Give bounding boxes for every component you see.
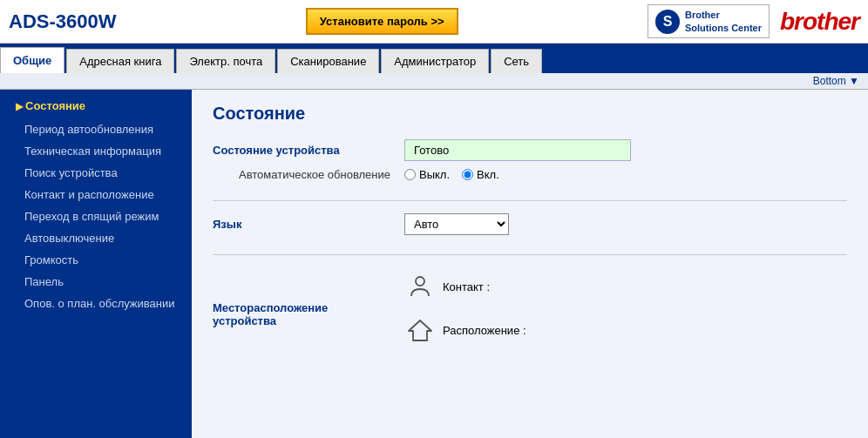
- sidebar-item-auto-update-period[interactable]: Период автообновления: [0, 118, 192, 140]
- brother-logo: brother: [780, 8, 859, 36]
- auto-update-row: Автоматическое обновление Выкл. Вкл.: [213, 168, 847, 181]
- sidebar-item-tech-info[interactable]: Техническая информация: [0, 140, 192, 162]
- radio-off-option[interactable]: Выкл.: [404, 168, 450, 181]
- sidebar-item-status[interactable]: Состояние: [0, 93, 192, 118]
- device-model-title: ADS-3600W: [9, 10, 116, 33]
- language-section: Язык Авто Русский English Deutsch França…: [213, 213, 847, 255]
- content-area: Состояние Состояние устройства Готово Ав…: [192, 90, 868, 438]
- sidebar: Состояние Период автообновления Техничес…: [0, 90, 192, 438]
- radio-off-input[interactable]: [404, 169, 416, 180]
- svg-point-0: [416, 277, 424, 286]
- sidebar-item-panel[interactable]: Панель: [0, 271, 192, 293]
- sidebar-item-sleep-mode[interactable]: Переход в спящий режим: [0, 206, 192, 227]
- tab-email[interactable]: Электр. почта: [176, 49, 275, 73]
- solutions-icon: S: [655, 10, 680, 34]
- radio-on-input[interactable]: [462, 169, 473, 180]
- solutions-center-button[interactable]: S BrotherSolutions Center: [648, 4, 770, 38]
- auto-update-radio-group: Выкл. Вкл.: [404, 168, 499, 181]
- sidebar-item-volume[interactable]: Громкость: [0, 249, 192, 271]
- language-select[interactable]: Авто Русский English Deutsch Français: [404, 213, 509, 235]
- sidebar-item-auto-off[interactable]: Автовыключение: [0, 227, 192, 249]
- sidebar-item-maintenance[interactable]: Опов. о план. обслуживании: [0, 293, 192, 314]
- page-title: Состояние: [213, 104, 847, 124]
- device-status-row: Состояние устройства Готово: [213, 139, 847, 161]
- device-status-value: Готово: [404, 139, 631, 161]
- header-center: Установите пароль >>: [116, 8, 648, 35]
- auto-update-label: Автоматическое обновление: [213, 168, 404, 181]
- sidebar-item-contact-location[interactable]: Контакт и расположение: [0, 184, 192, 206]
- svg-marker-1: [409, 320, 431, 340]
- location-label: Месторасположение устройства: [213, 301, 404, 327]
- device-status-label: Состояние устройства: [213, 144, 404, 157]
- sidebar-item-find-device[interactable]: Поиск устройства: [0, 162, 192, 184]
- radio-on-option[interactable]: Вкл.: [462, 168, 499, 181]
- main-layout: Состояние Период автообновления Техничес…: [0, 90, 868, 438]
- contact-row: Контакт :: [404, 271, 526, 302]
- tab-scan[interactable]: Сканирование: [277, 49, 379, 73]
- set-password-button[interactable]: Установите пароль >>: [306, 8, 458, 35]
- tab-network[interactable]: Сеть: [491, 49, 542, 73]
- tab-general[interactable]: Общие: [0, 47, 64, 73]
- tab-address-book[interactable]: Адресная книга: [66, 49, 174, 73]
- bottom-bar: Bottom ▼: [0, 73, 868, 90]
- location-header-row: Месторасположение устройства Контакт :: [213, 271, 847, 358]
- language-row: Язык Авто Русский English Deutsch França…: [213, 213, 847, 235]
- tab-admin[interactable]: Администратор: [381, 49, 489, 73]
- bottom-label[interactable]: Bottom ▼: [813, 75, 859, 87]
- language-label: Язык: [213, 218, 404, 231]
- location-sub-label: Расположение :: [443, 324, 526, 337]
- location-section: Месторасположение устройства Контакт :: [213, 267, 847, 358]
- location-details: Контакт : Расположение :: [404, 271, 526, 358]
- contact-label: Контакт :: [443, 280, 490, 293]
- location-sub-row: Расположение :: [404, 314, 526, 346]
- radio-on-label: Вкл.: [477, 168, 499, 181]
- header: ADS-3600W Установите пароль >> S Brother…: [0, 0, 868, 44]
- device-status-section: Состояние устройства Готово Автоматическ…: [213, 139, 847, 201]
- radio-off-label: Выкл.: [419, 168, 450, 181]
- house-icon: [404, 314, 436, 346]
- nav-bar: Общие Адресная книга Электр. почта Скани…: [0, 44, 868, 73]
- contact-icon: [404, 271, 436, 302]
- solutions-center-label: BrotherSolutions Center: [685, 9, 762, 34]
